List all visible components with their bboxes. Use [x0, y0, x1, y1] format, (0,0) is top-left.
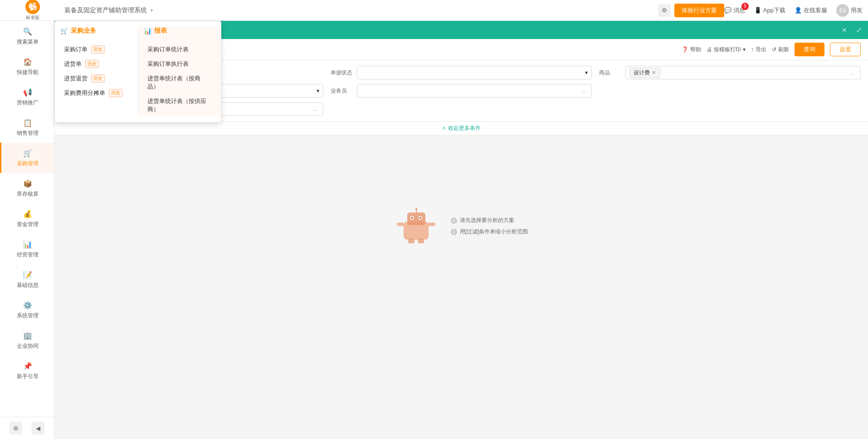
gear-button[interactable]: ⚙ [658, 4, 671, 17]
sidebar-collapse-btn[interactable]: ◀ [32, 422, 44, 434]
settings-btn[interactable]: 设置 [830, 43, 861, 56]
app-label: App下载 [763, 6, 785, 15]
online-service-item[interactable]: 👤 在线客服 [795, 6, 827, 15]
refresh-label: 刷新 [778, 46, 789, 54]
goods-filter-item: 商品 设计费 ✕ ... [599, 66, 861, 79]
user-label: 用友 [851, 6, 863, 15]
trial-button[interactable]: 体验行业方案 [674, 4, 724, 17]
svg-rect-9 [428, 222, 435, 226]
collapse-btn[interactable]: ∧ 收起更多条件 [54, 122, 868, 135]
sidebar-item-inventory[interactable]: 📦 库存核算 [0, 173, 54, 203]
menu-item-order-stat[interactable]: 采购订单统计表 [144, 42, 216, 57]
empty-state: 1 请先选择要分析的方案 2 用[过滤]条件来缩小分析范围 [54, 135, 868, 317]
sidebar-item-guide[interactable]: 📌 新手引导 [0, 355, 54, 386]
customer-dots[interactable]: ... [311, 106, 319, 112]
sidebar-item-operation[interactable]: 📊 经营管理 [0, 234, 54, 264]
sidebar-label-inventory: 库存核算 [17, 190, 39, 198]
svg-point-4 [411, 217, 413, 219]
sidebar-item-purchase[interactable]: 🛒 采购管理 [0, 143, 54, 173]
goods-dots[interactable]: ... [848, 69, 857, 76]
print-arrow: ▾ [743, 46, 746, 53]
sidebar-item-system[interactable]: ⚙️ 系统管理 [0, 295, 54, 325]
export-icon: ↑ [751, 46, 754, 53]
menu-item-goods-receipt[interactable]: 进货单 历史 [60, 57, 132, 71]
system-name: 装备及固定资产辅助管理系统 ▾ [60, 6, 658, 15]
goods-select[interactable]: 设计费 ✕ ... [625, 66, 861, 79]
svg-point-5 [419, 217, 421, 219]
purchase-section-icon: 🛒 [60, 27, 68, 35]
guide-icon: 📌 [23, 361, 33, 371]
status-filter-item: 单据状态 ▾ [331, 66, 592, 79]
goods-label: 商品 [599, 69, 622, 77]
sidebar-settings-btn[interactable]: ⚙ [10, 422, 22, 434]
sidebar-label-sales: 销售管理 [17, 129, 39, 137]
menu-item-goods-return[interactable]: 进货退货 历史 [60, 71, 132, 86]
print-btn[interactable]: 🖨 按模板打印 ▾ [707, 46, 746, 54]
export-btn[interactable]: ↑ 导出 [751, 46, 766, 54]
service-label: 在线客服 [804, 6, 827, 15]
tab-maximize-btn[interactable]: ⤢ [853, 25, 864, 35]
query-btn[interactable]: 查询 [795, 43, 824, 56]
sidebar-item-sales[interactable]: 📋 销售管理 [0, 112, 54, 143]
empty-tip-1: 1 请先选择要分析的方案 [451, 217, 528, 224]
top-header: 畅 标准版 装备及固定资产辅助管理系统 ▾ ⚙ 体验行业方案 💬 消息 9 📱 … [0, 0, 868, 21]
menu-item-purchase-order-label: 采购订单 [64, 45, 88, 54]
logo-text: 标准版 [26, 15, 39, 21]
app-icon: 📱 [754, 7, 761, 14]
sidebar-item-basic[interactable]: 📝 基础信息 [0, 264, 54, 295]
help-btn[interactable]: ❓ 帮助 [682, 46, 701, 54]
collapse-label: 收起更多条件 [448, 125, 481, 131]
system-dropdown-arrow[interactable]: ▾ [151, 8, 153, 13]
finance-icon: 💰 [23, 209, 33, 219]
logo-icon: 畅 [25, 0, 40, 14]
sidebar-label-quick-nav: 快捷导航 [17, 69, 39, 76]
message-icon-item[interactable]: 💬 消息 9 [724, 6, 745, 15]
app-download-item[interactable]: 📱 App下载 [754, 6, 785, 15]
status-select[interactable]: ▾ [357, 66, 592, 79]
refresh-icon: ↺ [772, 46, 776, 53]
enterprise-icon: 🏢 [23, 330, 33, 340]
export-label: 导出 [756, 46, 766, 54]
sidebar-item-marketing[interactable]: 📢 营销推广 [0, 82, 54, 112]
goods-tag-close[interactable]: ✕ [652, 69, 656, 76]
svg-rect-10 [408, 239, 414, 243]
user-avatar: Ea [836, 4, 849, 17]
sidebar-item-quick-nav[interactable]: 🏠 快捷导航 [0, 51, 54, 82]
menu-item-purchase-order[interactable]: 采购订单 历史 [60, 42, 132, 57]
report-section-label: 报表 [154, 27, 167, 35]
collapse-icon: ∧ [442, 125, 448, 131]
sidebar-item-search[interactable]: 🔍 搜索菜单 [0, 21, 54, 51]
sidebar-item-finance[interactable]: 💰 资金管理 [0, 203, 54, 234]
sidebar-item-enterprise[interactable]: 🏢 企业协同 [0, 325, 54, 355]
svg-point-7 [415, 208, 417, 210]
hist-badge-2[interactable]: 历史 [91, 74, 105, 83]
hist-badge-3[interactable]: 历史 [109, 89, 122, 97]
goods-tag-text: 设计费 [634, 69, 650, 77]
menu-item-receipt-stat-goods[interactable]: 进货单统计表（按商品） [144, 71, 216, 94]
sidebar-label-enterprise: 企业协同 [17, 342, 39, 350]
salesman-dots[interactable]: ... [580, 88, 588, 94]
hist-badge-0[interactable]: 历史 [91, 45, 105, 54]
tab-close-all-btn[interactable]: ✕ [839, 25, 850, 35]
hist-badge-1[interactable]: 历史 [85, 60, 99, 68]
tip-1-text: 请先选择要分析的方案 [460, 217, 514, 224]
user-item[interactable]: Ea 用友 [836, 4, 863, 17]
svg-rect-8 [397, 222, 404, 226]
menu-item-purchase-expense[interactable]: 采购费用分摊单 历史 [60, 86, 132, 100]
print-label: 按模板打印 [714, 46, 741, 54]
system-name-text: 装备及固定资产辅助管理系统 [64, 6, 147, 15]
svg-rect-1 [407, 212, 425, 225]
menu-item-receipt-stat-supplier[interactable]: 进货单统计表（按供应商） [144, 94, 216, 117]
report-section-icon: 📊 [144, 27, 151, 35]
menu-item-purchase-expense-label: 采购费用分摊单 [64, 89, 105, 97]
inventory-icon: 📦 [23, 178, 33, 188]
logo-area: 畅 标准版 [5, 0, 60, 21]
tip-2-text: 用[过滤]条件来缩小分析范围 [460, 228, 528, 236]
refresh-btn[interactable]: ↺ 刷新 [772, 46, 789, 54]
menu-item-order-exec[interactable]: 采购订单执行表 [144, 57, 216, 71]
salesman-select[interactable]: ... [357, 84, 592, 98]
sidebar-label-finance: 资金管理 [17, 221, 39, 228]
status-label: 单据状态 [331, 69, 353, 77]
message-icon: 💬 [724, 7, 731, 14]
sidebar-label-basic: 基础信息 [17, 281, 39, 289]
